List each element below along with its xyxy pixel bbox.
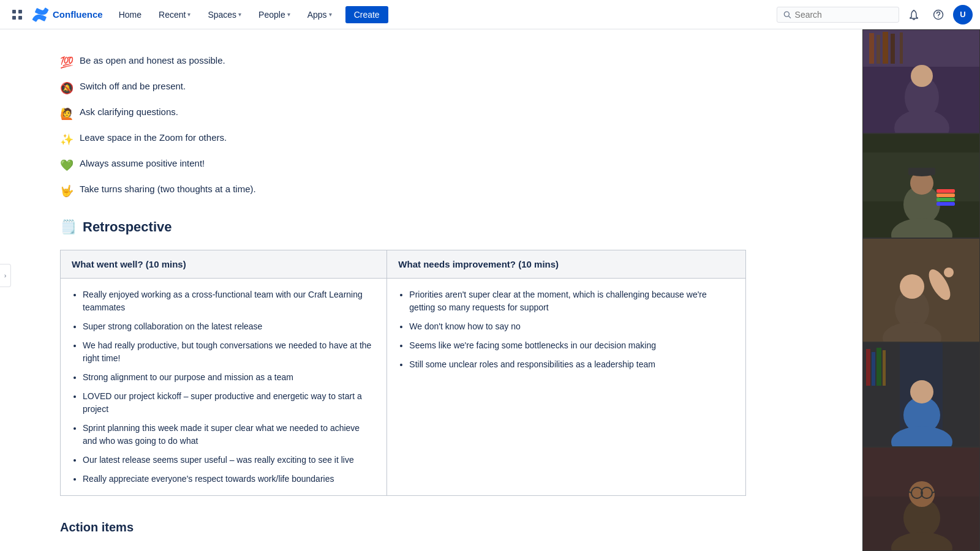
svg-rect-14: [900, 32, 903, 64]
retrospective-emoji: 🗒️: [60, 219, 77, 235]
video-tile-2: [862, 133, 980, 238]
ground-rule-emoji: ✨: [60, 132, 74, 148]
needs-improvement-cell: Priorities aren't super clear at the mom…: [387, 279, 746, 496]
svg-rect-41: [876, 348, 881, 386]
ground-rule-item: 💯Be as open and honest as possible.: [60, 54, 746, 71]
svg-rect-11: [876, 35, 880, 64]
svg-rect-39: [866, 349, 870, 386]
search-box[interactable]: [777, 7, 899, 23]
svg-rect-42: [883, 350, 886, 386]
video-tile-1: [862, 29, 980, 133]
went-well-header: What went well? (10 mins): [61, 250, 387, 279]
svg-rect-25: [937, 193, 955, 197]
ground-rule-text: Leave space in the Zoom for others.: [80, 131, 227, 145]
svg-rect-38: [943, 343, 980, 446]
ground-rule-text: Take turns sharing (two thoughts at a ti…: [80, 182, 256, 197]
needs-improvement-list: Priorities aren't super clear at the mom…: [398, 288, 734, 371]
svg-rect-1: [18, 10, 22, 13]
ground-rules-list: 💯Be as open and honest as possible.🔕Swit…: [60, 54, 746, 200]
ground-rule-item: 💚Always assume positive intent!: [60, 157, 746, 174]
needs-improvement-item: Seems like we're facing some bottlenecks…: [409, 339, 734, 352]
confluence-logo[interactable]: Confluence: [32, 6, 103, 23]
user-avatar[interactable]: U: [953, 5, 973, 24]
retrospective-table: What went well? (10 mins) What needs imp…: [60, 250, 746, 496]
nav-recent[interactable]: Recent ▾: [153, 6, 197, 23]
svg-point-16: [911, 65, 933, 87]
app-switcher-button[interactable]: [7, 5, 27, 24]
video-tile-3: [862, 238, 980, 342]
svg-point-35: [944, 268, 954, 277]
went-well-item: Super strong collaboration on the latest…: [83, 320, 375, 333]
help-icon: [933, 9, 944, 20]
ground-rule-emoji: 💚: [60, 157, 74, 174]
went-well-item: Really enjoyed working as a cross-functi…: [83, 288, 375, 314]
went-well-item: We had really productive, but tough conv…: [83, 339, 375, 365]
top-navigation: Confluence Home Recent ▾ Spaces ▾ People…: [0, 0, 980, 29]
went-well-cell: Really enjoyed working as a cross-functi…: [61, 279, 387, 496]
nav-apps[interactable]: Apps ▾: [301, 6, 338, 23]
svg-rect-27: [937, 202, 955, 206]
went-well-item: Sprint planning this week made it super …: [83, 422, 375, 448]
search-icon: [783, 10, 791, 19]
needs-improvement-item: Priorities aren't super clear at the mom…: [409, 288, 734, 314]
ground-rule-item: 🤟Take turns sharing (two thoughts at a t…: [60, 182, 746, 200]
help-button[interactable]: [929, 5, 948, 24]
svg-point-7: [938, 17, 938, 17]
went-well-list: Really enjoyed working as a cross-functi…: [72, 288, 375, 485]
ground-rule-text: Always assume positive intent!: [80, 157, 205, 171]
went-well-item: Really appreciate everyone's respect tow…: [83, 473, 375, 485]
recent-chevron-icon: ▾: [187, 11, 190, 18]
logo-text: Confluence: [53, 9, 103, 20]
spaces-chevron-icon: ▾: [238, 11, 241, 18]
people-chevron-icon: ▾: [287, 11, 290, 18]
nav-people[interactable]: People ▾: [252, 6, 296, 23]
needs-improvement-item: Still some unclear roles and responsibil…: [409, 358, 734, 371]
ground-rule-text: Switch off and be present.: [80, 80, 186, 94]
create-button[interactable]: Create: [345, 6, 388, 23]
apps-chevron-icon: ▾: [329, 11, 332, 18]
ground-rule-item: 🔕Switch off and be present.: [60, 80, 746, 97]
svg-rect-9: [863, 30, 980, 67]
svg-rect-0: [12, 10, 16, 13]
svg-rect-40: [872, 352, 875, 386]
nav-spaces[interactable]: Spaces ▾: [202, 6, 247, 23]
svg-point-44: [910, 380, 933, 403]
sidebar-toggle-button[interactable]: ›: [0, 264, 11, 287]
video-tile-4: [862, 342, 980, 446]
svg-rect-2: [12, 16, 16, 20]
retrospective-heading: 🗒️ Retrospective: [60, 219, 746, 235]
svg-point-32: [900, 274, 924, 299]
action-items-heading: Action items: [60, 520, 746, 534]
svg-rect-26: [937, 198, 955, 201]
main-content: 💯Be as open and honest as possible.🔕Swit…: [11, 29, 783, 551]
notifications-button[interactable]: [904, 5, 924, 24]
ground-rule-emoji: 💯: [60, 54, 74, 71]
svg-point-5: [913, 10, 914, 11]
ground-rule-emoji: 🙋: [60, 106, 74, 122]
ground-rule-emoji: 🔕: [60, 80, 74, 97]
went-well-item: Strong alignment to our purpose and miss…: [83, 371, 375, 384]
svg-point-4: [784, 12, 789, 17]
svg-rect-3: [18, 16, 22, 20]
video-panel: [862, 29, 980, 551]
ground-rule-item: 🙋Ask clarifying questions.: [60, 105, 746, 122]
ground-rule-emoji: 🤟: [60, 183, 74, 200]
bell-icon: [908, 9, 919, 20]
nav-home[interactable]: Home: [113, 6, 148, 23]
svg-rect-13: [891, 34, 895, 64]
video-tile-5: [862, 447, 980, 551]
svg-rect-12: [883, 32, 888, 64]
svg-rect-23: [908, 168, 935, 175]
went-well-item: LOVED our project kickoff – super produc…: [83, 390, 375, 416]
search-input[interactable]: [795, 10, 892, 20]
went-well-item: Our latest release seems super useful – …: [83, 454, 375, 467]
ground-rule-text: Be as open and honest as possible.: [80, 54, 225, 68]
svg-rect-24: [937, 189, 955, 193]
needs-improvement-header: What needs improvement? (10 mins): [387, 250, 746, 279]
needs-improvement-item: We don't know how to say no: [409, 320, 734, 333]
ground-rule-text: Ask clarifying questions.: [80, 105, 178, 119]
svg-rect-10: [869, 33, 874, 64]
ground-rule-item: ✨Leave space in the Zoom for others.: [60, 131, 746, 148]
